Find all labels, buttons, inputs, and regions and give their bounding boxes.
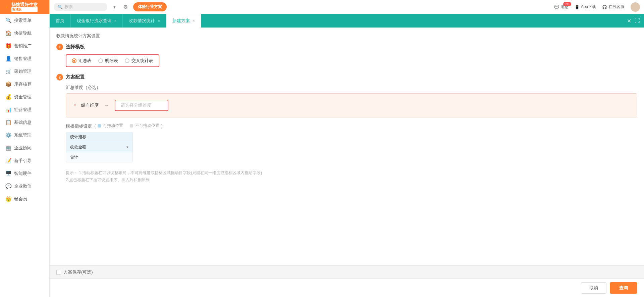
- search-box[interactable]: 🔍 搜索: [54, 3, 107, 11]
- sidebar-item-finance[interactable]: 💰 资金管理: [0, 91, 49, 103]
- sidebar-item-label: 企业协同: [14, 145, 32, 151]
- dimension-row-label: 纵向维度: [81, 102, 99, 108]
- search-menu-icon: 🔍: [5, 17, 11, 23]
- sidebar-item-label: 企业微信: [14, 183, 32, 189]
- legend-draggable: 可拖动位置: [98, 123, 123, 129]
- gear-icon[interactable]: ⚙: [123, 4, 128, 10]
- sidebar-item-guide[interactable]: 📝 新手引导: [0, 154, 49, 167]
- service-item[interactable]: 🎧 在线客服: [602, 4, 625, 10]
- radio-crosstab-label: 交叉统计表: [131, 58, 153, 64]
- sidebar-item-base-info[interactable]: 📋 基础信息: [0, 116, 49, 129]
- tab-expand-icon[interactable]: ⛶: [635, 18, 640, 24]
- sidebar-item-quick-nav[interactable]: 🏠 快捷导航: [0, 27, 49, 40]
- sidebar-item-label: 营销推广: [14, 43, 32, 49]
- indicator-sum-cell: 合计: [66, 152, 132, 162]
- sidebar-item-marketing[interactable]: 🎁 营销推广: [0, 40, 49, 52]
- save-scheme-checkbox[interactable]: [56, 270, 61, 275]
- radio-summary[interactable]: 汇总表: [72, 58, 92, 64]
- sidebar-item-label: 搜索菜单: [14, 17, 32, 23]
- tab-new-scheme-close[interactable]: ×: [193, 19, 195, 23]
- dropdown-arrow[interactable]: ▼: [113, 5, 116, 9]
- step2-content: 汇总维度（必选） * 纵向维度 → 请选择分组维度: [56, 85, 637, 183]
- legend-non-draggable-label: 不可拖动位置: [135, 123, 159, 129]
- chevron-down-icon: ▾: [126, 145, 128, 149]
- sidebar-item-purchase[interactable]: 🛒 采购管理: [0, 65, 49, 78]
- radio-detail-dot: [98, 58, 103, 63]
- guide-icon: 📝: [5, 158, 11, 164]
- sidebar-item-label: 智能硬件: [14, 170, 32, 177]
- dimension-arrow: →: [104, 102, 109, 108]
- notification-item[interactable]: 💬 消息 99+: [554, 4, 569, 10]
- sidebar-item-label: 系统管理: [14, 132, 32, 138]
- query-button[interactable]: 查询: [610, 282, 637, 294]
- content-area: 收款情况统计方案设置 1 选择模板 汇总表 明细表: [50, 28, 644, 297]
- tab-collection-stats-label: 收款情况统计: [129, 18, 155, 24]
- indicator-cell-collection[interactable]: 收款金额 ▾: [66, 142, 132, 152]
- indicators-table-header: 统计指标: [66, 132, 132, 142]
- sidebar-item-label: 畅会员: [14, 196, 27, 202]
- message-icon: 💬: [554, 5, 559, 9]
- download-label: App下载: [581, 4, 596, 10]
- sidebar-item-wechat[interactable]: 💬 企业微信: [0, 180, 49, 193]
- radio-summary-label: 汇总表: [78, 58, 92, 64]
- sidebar-item-operations[interactable]: 📊 经营管理: [0, 103, 49, 116]
- sidebar-item-sales[interactable]: 👤 销售管理: [0, 52, 49, 65]
- dimension-select[interactable]: 请选择分组维度: [115, 100, 168, 111]
- user-avatar[interactable]: [631, 2, 640, 12]
- radio-crosstab-dot: [125, 58, 129, 63]
- radio-crosstab[interactable]: 交叉统计表: [125, 58, 153, 64]
- chat-icon: 💬: [5, 183, 11, 189]
- sidebar-item-hardware[interactable]: 🖥️ 智能硬件: [0, 167, 49, 180]
- tab-new-scheme[interactable]: 新建方案 ×: [166, 14, 201, 28]
- indicator-name: 收款金额: [70, 144, 86, 150]
- step2-label: 方案配置: [66, 74, 85, 80]
- indicators-section: 模板指标设定（ 可拖动位置 不可拖动位置 ）: [66, 123, 637, 163]
- step2-section: 2 方案配置: [56, 74, 637, 81]
- notification-badge: 99+: [563, 2, 571, 6]
- radio-detail[interactable]: 明细表: [98, 58, 118, 64]
- dimension-area: * 纵向维度 → 请选择分组维度: [66, 93, 637, 117]
- tab-collection-stats-close[interactable]: ×: [158, 19, 160, 23]
- trial-button[interactable]: 体验行业方案: [133, 2, 167, 11]
- cancel-button[interactable]: 取消: [581, 282, 606, 294]
- indicators-header: 模板指标设定（ 可拖动位置 不可拖动位置 ）: [66, 123, 637, 129]
- sidebar-item-label: 基础信息: [14, 119, 32, 126]
- tab-home[interactable]: 首页: [50, 14, 71, 28]
- sidebar-item-system[interactable]: ⚙️ 系统管理: [0, 129, 49, 142]
- sidebar-item-label: 经营管理: [14, 107, 32, 113]
- service-icon: 🎧: [602, 5, 607, 9]
- dimension-title: 汇总维度（必选）: [66, 85, 637, 91]
- tab-bank-flow-close[interactable]: ×: [114, 19, 116, 23]
- step1-label: 选择模板: [66, 44, 85, 50]
- indicators-table: 统计指标 收款金额 ▾ 合计: [66, 132, 133, 162]
- tabbar-actions: ✕ ⛶: [627, 18, 644, 24]
- tabbar: 首页 现金银行流水查询 × 收款情况统计 × 新建方案 × ✕ ⛶: [50, 14, 644, 28]
- sidebar-item-label: 库存核算: [14, 81, 32, 87]
- money-icon: 💰: [5, 94, 11, 100]
- tab-close-all-icon[interactable]: ✕: [627, 18, 631, 24]
- tip-line-1: 提示： 1.拖动标题栏可以调整布局，不可跨维度或指标区域拖动目字段(只能在同一维…: [66, 170, 637, 176]
- step1-circle: 1: [56, 44, 63, 50]
- sidebar-item-inventory[interactable]: 📦 库存核算: [0, 78, 49, 91]
- tab-home-label: 首页: [56, 18, 64, 24]
- sidebar-item-label: 采购管理: [14, 68, 32, 75]
- search-icon: 🔍: [58, 5, 63, 9]
- search-placeholder: 搜索: [65, 4, 73, 10]
- footer: 方案保存(可选): [50, 265, 644, 279]
- dimension-row: * 纵向维度 → 请选择分组维度: [74, 100, 629, 111]
- tab-collection-stats[interactable]: 收款情况统计 ×: [123, 14, 166, 28]
- radio-summary-dot: [72, 58, 76, 63]
- home-icon: 🏠: [5, 30, 11, 36]
- brand-badge: 标准版: [11, 7, 38, 12]
- radio-detail-label: 明细表: [105, 58, 118, 64]
- tab-bank-flow[interactable]: 现金银行流水查询 ×: [71, 14, 123, 28]
- main-area: 🔍 搜索 ▼ ⚙ 体验行业方案 💬 消息 99+ 📱 App下载 🎧 在线客服: [50, 0, 644, 297]
- sidebar-item-member[interactable]: 👑 畅会员: [0, 193, 49, 205]
- brand-name: 畅捷通好生意: [11, 2, 38, 7]
- building-icon: 🏢: [5, 145, 11, 151]
- sidebar-item-search-menu[interactable]: 🔍 搜索菜单: [0, 14, 49, 27]
- topbar-right: 💬 消息 99+ 📱 App下载 🎧 在线客服: [554, 2, 640, 12]
- save-scheme-label: 方案保存(可选): [64, 269, 93, 275]
- download-item[interactable]: 📱 App下载: [575, 4, 596, 10]
- sidebar-item-enterprise[interactable]: 🏢 企业协同: [0, 142, 49, 154]
